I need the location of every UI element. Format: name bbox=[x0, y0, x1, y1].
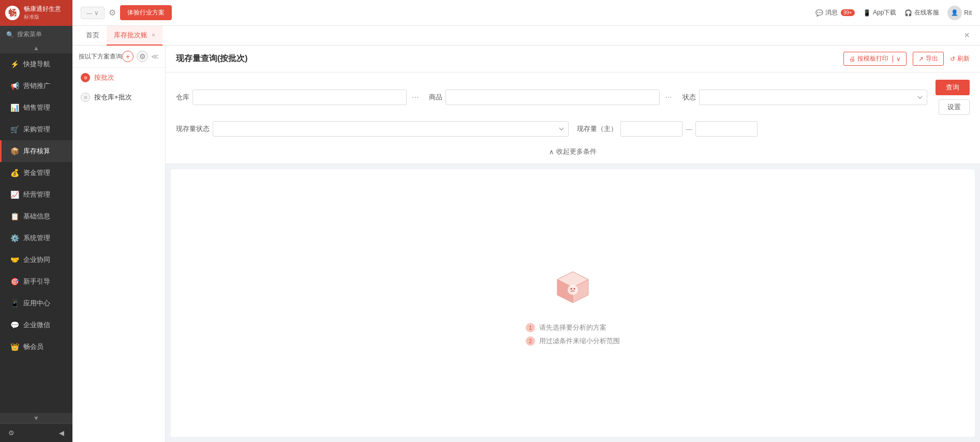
sidebar-scroll-down[interactable]: ▼ bbox=[0, 413, 72, 423]
sidebar-item-operations[interactable]: 📈 经营管理 bbox=[0, 184, 72, 205]
topbar-left: — ∨ ⚙ 体验行业方案 bbox=[81, 5, 809, 20]
sidebar-item-sales[interactable]: 📊 销售管理 bbox=[0, 97, 72, 119]
sidebar-item-new-guide[interactable]: 🎯 新手引导 bbox=[0, 271, 72, 292]
purchase-icon: 🛒 bbox=[10, 125, 19, 134]
tabs-bar: 首页 库存批次账 × × bbox=[72, 26, 980, 46]
plus-icon: + bbox=[126, 52, 130, 61]
members-icon: 👑 bbox=[10, 343, 19, 351]
sidebar-item-enterprise-wechat[interactable]: 💬 企业微信 bbox=[0, 314, 72, 336]
print-button[interactable]: 🖨 按模板打印 ∨ bbox=[843, 52, 907, 66]
warehouse-filter: 仓库 ··· bbox=[176, 90, 421, 105]
scheme-settings-button[interactable]: ⚙ bbox=[137, 51, 148, 62]
filter-area: 仓库 ··· 商品 ··· 状态 bbox=[166, 72, 980, 164]
tab-home[interactable]: 首页 bbox=[79, 26, 107, 46]
sales-icon: 📊 bbox=[10, 104, 19, 112]
inventory-qty-filter: 现存量（主） — bbox=[577, 121, 970, 137]
inventory-qty-min[interactable] bbox=[620, 121, 682, 137]
warehouse-label: 仓库 bbox=[176, 93, 189, 102]
sidebar-item-app-center[interactable]: 📱 应用中心 bbox=[0, 292, 72, 314]
sidebar-scroll-up[interactable]: ▲ bbox=[0, 43, 72, 53]
svg-point-6 bbox=[574, 288, 575, 289]
enterprise-wechat-icon: 💬 bbox=[10, 321, 19, 329]
sidebar-item-finance[interactable]: 💰 资金管理 bbox=[0, 162, 72, 184]
status-label: 状态 bbox=[682, 93, 696, 102]
sidebar-search[interactable]: 🔍 搜索菜单 bbox=[0, 26, 72, 43]
online-service-action[interactable]: 🎧 在线客服 bbox=[904, 8, 939, 17]
page-header-actions: 🖨 按模板打印 ∨ ↗ 导出 ↺ 刷新 bbox=[843, 52, 970, 72]
tab-close-inventory-batch[interactable]: × bbox=[152, 32, 155, 39]
breadcrumb: — ∨ bbox=[81, 7, 105, 19]
app-center-icon: 📱 bbox=[10, 299, 19, 307]
svg-point-5 bbox=[571, 288, 572, 289]
sidebar: 畅 畅康通好生意 标准版 🔍 搜索菜单 ▲ ⚡ 快捷导航 📢 营销推广 📊 销售… bbox=[0, 0, 72, 442]
inventory-icon: 📦 bbox=[10, 147, 19, 155]
inventory-qty-range: — bbox=[620, 121, 758, 137]
content-area: 按以下方案查询 + ⚙ ≪ ⊙ 按批次 bbox=[72, 46, 980, 442]
sidebar-item-basic-info[interactable]: 📋 基础信息 bbox=[0, 205, 72, 227]
user-profile[interactable]: 👤 Rit bbox=[947, 6, 972, 20]
finance-icon: 💰 bbox=[10, 169, 19, 177]
messages-badge: 99+ bbox=[841, 9, 855, 16]
sidebar-item-system[interactable]: ⚙️ 系统管理 bbox=[0, 227, 72, 249]
left-panel-actions: + ⚙ ≪ bbox=[122, 51, 159, 62]
warehouse-dots[interactable]: ··· bbox=[410, 93, 421, 102]
settings-button[interactable]: 设置 bbox=[939, 99, 970, 115]
settings-footer-icon[interactable]: ⚙ bbox=[8, 429, 14, 437]
query-button[interactable]: 查询 bbox=[936, 80, 970, 95]
goods-input[interactable] bbox=[446, 90, 660, 105]
left-panel-title: 按以下方案查询 bbox=[79, 52, 122, 61]
sidebar-item-quick-nav[interactable]: ⚡ 快捷导航 bbox=[0, 53, 72, 75]
app-download-action[interactable]: 📱 App下载 bbox=[863, 8, 896, 17]
hint-num-1: 1 bbox=[526, 323, 535, 332]
tab-inventory-batch[interactable]: 库存批次账 × bbox=[107, 26, 162, 46]
status-filter: 状态 bbox=[682, 90, 927, 105]
goods-dots[interactable]: ··· bbox=[663, 93, 674, 102]
filter-row-2: 现存量状态 现存量（主） — bbox=[176, 121, 970, 137]
message-icon: 💬 bbox=[815, 9, 823, 17]
scheme-list: ⊙ 按批次 ⊙ 按仓库+批次 bbox=[72, 68, 165, 442]
app-logo: 畅 bbox=[5, 6, 20, 20]
sidebar-header: 畅 畅康通好生意 标准版 bbox=[0, 0, 72, 26]
warehouse-input[interactable] bbox=[192, 90, 407, 105]
collapse-more-conditions[interactable]: ∧ 收起更多条件 bbox=[176, 143, 970, 156]
close-panel-icon[interactable]: × bbox=[960, 30, 974, 41]
scheme-item-batch[interactable]: ⊙ 按批次 bbox=[72, 68, 165, 87]
hint-item-2: 2 用过滤条件来缩小分析范围 bbox=[526, 334, 620, 348]
export-icon: ↗ bbox=[918, 55, 924, 63]
inventory-qty-max[interactable] bbox=[695, 121, 758, 137]
qty-dash: — bbox=[686, 125, 692, 133]
empty-hints: 1 请先选择要分析的方案 2 用过滤条件来缩小分析范围 bbox=[526, 321, 620, 348]
gear-topbar-icon[interactable]: ⚙ bbox=[109, 8, 116, 18]
collapse-left-panel-button[interactable]: ≪ bbox=[151, 52, 159, 61]
operations-icon: 📈 bbox=[10, 190, 19, 199]
print-dropdown-icon[interactable]: ∨ bbox=[893, 55, 901, 63]
scheme-dot-batch: ⊙ bbox=[81, 73, 90, 82]
collapse-sidebar-icon[interactable]: ◀ bbox=[59, 429, 64, 437]
add-scheme-button[interactable]: + bbox=[122, 51, 133, 62]
messages-action[interactable]: 💬 消息 99+ bbox=[815, 8, 855, 17]
sidebar-item-inventory[interactable]: 📦 库存核算 bbox=[0, 140, 72, 162]
enterprise-icon: 🤝 bbox=[10, 256, 19, 264]
status-select[interactable] bbox=[699, 90, 927, 105]
right-panel: 现存量查询(按批次) 🖨 按模板打印 ∨ ↗ 导出 ↺ 刷新 bbox=[166, 46, 980, 442]
hint-num-2: 2 bbox=[526, 336, 535, 346]
export-button[interactable]: ↗ 导出 bbox=[913, 52, 944, 66]
scheme-dot-warehouse-batch: ⊙ bbox=[81, 93, 90, 102]
scheme-item-warehouse-batch[interactable]: ⊙ 按仓库+批次 bbox=[72, 87, 165, 107]
page-title: 现存量查询(按批次) bbox=[176, 53, 248, 70]
avatar: 👤 bbox=[947, 6, 962, 20]
search-icon: 🔍 bbox=[6, 31, 14, 38]
sidebar-item-marketing[interactable]: 📢 营销推广 bbox=[0, 75, 72, 97]
goods-label: 商品 bbox=[429, 93, 442, 102]
chevron-up-icon: ∧ bbox=[549, 148, 554, 156]
service-icon: 🎧 bbox=[904, 9, 912, 17]
inventory-status-select[interactable] bbox=[213, 121, 569, 137]
sidebar-item-purchase[interactable]: 🛒 采购管理 bbox=[0, 119, 72, 140]
chevron-down-icon[interactable]: ∨ bbox=[94, 9, 99, 17]
marketing-icon: 📢 bbox=[10, 82, 19, 90]
refresh-button[interactable]: ↺ 刷新 bbox=[950, 54, 970, 63]
sidebar-item-members[interactable]: 👑 畅会员 bbox=[0, 336, 72, 358]
sidebar-item-enterprise[interactable]: 🤝 企业协同 bbox=[0, 249, 72, 271]
industry-plan-button[interactable]: 体验行业方案 bbox=[120, 5, 172, 20]
quick-nav-icon: ⚡ bbox=[10, 60, 19, 68]
